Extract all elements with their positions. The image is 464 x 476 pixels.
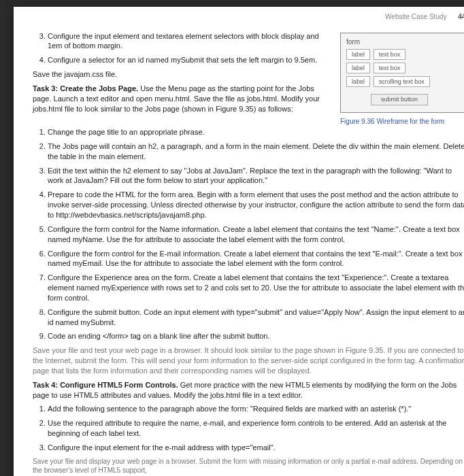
t3-step-6: Configure the form control for the E-mai… bbox=[48, 249, 464, 269]
t4-step-2: Use the required attribute to require th… bbox=[48, 418, 464, 439]
wireframe-row-1: label text box bbox=[346, 49, 463, 60]
textbook-page: Website Case Study 441 Configure the inp… bbox=[14, 7, 464, 476]
form-wireframe-figure: form label text box label text box label… bbox=[340, 33, 464, 113]
figure-caption: Figure 9.36 Wireframe for the form bbox=[340, 117, 464, 126]
t3-step-1: Change the page title to an appropriate … bbox=[48, 127, 464, 137]
wireframe-title: form bbox=[346, 37, 463, 47]
top-left-column: Configure the input element and textarea… bbox=[33, 31, 331, 126]
figure-caption-text: Wireframe for the form bbox=[376, 118, 444, 125]
wf-label-1: label bbox=[346, 49, 370, 60]
t3-step-4: Prepare to code the HTML for the form ar… bbox=[48, 190, 464, 220]
wf-label-2: label bbox=[346, 63, 370, 73]
save-css-note: Save the javajam.css file. bbox=[33, 69, 331, 80]
wf-submit: submit button bbox=[371, 94, 428, 105]
css-step-3: Configure the input element and textarea… bbox=[48, 31, 331, 52]
t3-step-8: Configure the submit button. Code an inp… bbox=[48, 307, 464, 328]
t3-step-9: Code an ending </form> tag on a blank li… bbox=[48, 331, 464, 341]
t4-step-1: Add the following sentence to the paragr… bbox=[48, 404, 464, 414]
t3-step-2: The Jobs page will contain an h2, a para… bbox=[48, 141, 464, 162]
t3-step-7: Configure the Experience area on the for… bbox=[48, 273, 464, 303]
task4-block: Task 4: Configure HTML5 Form Controls. G… bbox=[33, 380, 464, 401]
task4-heading: Task 4: Configure HTML5 Form Controls. bbox=[33, 381, 178, 389]
wireframe-row-2: label text box bbox=[346, 63, 463, 73]
task4-after: Save your file and display your web page… bbox=[33, 457, 464, 475]
css-config-steps: Configure the input element and textarea… bbox=[33, 31, 331, 66]
top-section: Configure the input element and textarea… bbox=[33, 31, 464, 126]
page-header: Website Case Study 441 bbox=[33, 12, 464, 22]
header-title: Website Case Study bbox=[385, 13, 446, 20]
task3-steps: Change the page title to an appropriate … bbox=[33, 127, 464, 341]
figure-number: Figure 9.36 bbox=[340, 118, 375, 125]
t3-step-3: Edit the text within the h2 element to s… bbox=[48, 166, 464, 186]
task3-heading: Task 3: Create the Jobs Page. bbox=[33, 84, 138, 92]
wireframe-row-3: label scrolling text box bbox=[346, 76, 463, 87]
task3-block: Task 3: Create the Jobs Page. Use the Me… bbox=[33, 84, 331, 114]
t3-step-5: Configure the form control for the Name … bbox=[48, 224, 464, 245]
wf-textbox-1: text box bbox=[374, 49, 406, 60]
wf-label-3: label bbox=[346, 76, 370, 87]
task3-after: Save your file and test your web page in… bbox=[33, 345, 464, 376]
css-step-4: Configure a selector for an id named myS… bbox=[48, 55, 331, 65]
t4-step-3: Configure the input element for the e-ma… bbox=[48, 443, 464, 453]
task4-steps: Add the following sentence to the paragr… bbox=[33, 404, 464, 452]
page-number: 441 bbox=[458, 13, 464, 20]
figure-column: form label text box label text box label… bbox=[340, 31, 464, 126]
wf-scrolltext: scrolling text box bbox=[374, 76, 430, 87]
wf-textbox-2: text box bbox=[374, 63, 406, 73]
